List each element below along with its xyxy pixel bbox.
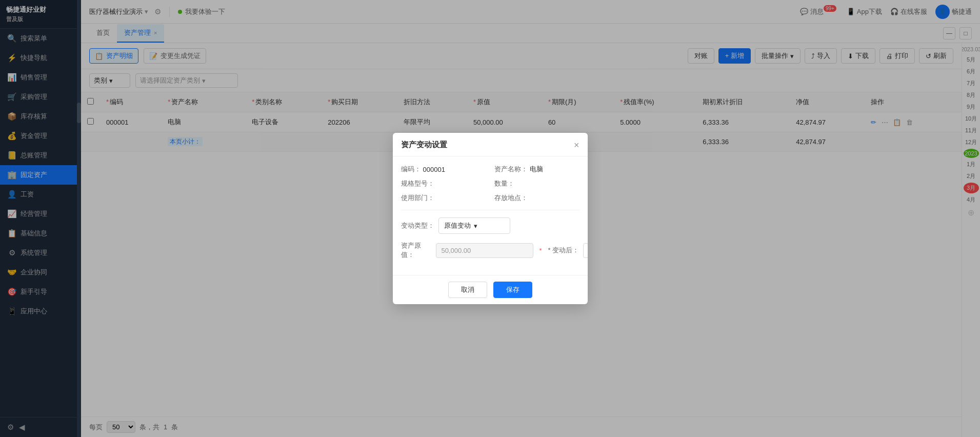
change-type-arrow: ▾	[474, 222, 477, 230]
modal-title: 资产变动设置	[401, 140, 447, 150]
asset-change-modal: 资产变动设置 × 编码： 000001 资产名称： 电脑 规格型号： 数量：	[393, 133, 588, 304]
modal-department-field: 使用部门：	[401, 193, 486, 203]
modal-header: 资产变动设置 ×	[393, 133, 588, 156]
after-change-input[interactable]	[583, 243, 588, 258]
change-type-select[interactable]: 原值变动 ▾	[438, 217, 510, 234]
modal-location-field: 存放地点：	[494, 193, 579, 203]
modal-spec-field: 规格型号：	[401, 179, 486, 188]
modal-quantity-field: 数量：	[494, 179, 579, 188]
modal-close-button[interactable]: ×	[574, 141, 579, 150]
modal-code-field: 编码： 000001	[401, 165, 486, 174]
modal-change-type-field: 变动类型： 原值变动 ▾	[401, 217, 579, 234]
modal-asset-name-field: 资产名称： 电脑	[494, 165, 579, 174]
modal-overlay: 资产变动设置 × 编码： 000001 资产名称： 电脑 规格型号： 数量：	[0, 0, 980, 437]
modal-footer: 取消 保存	[393, 275, 588, 304]
original-value-input	[436, 243, 533, 258]
cancel-button[interactable]: 取消	[448, 282, 487, 298]
modal-original-value-field: 资产原值： * * 变动后：	[401, 241, 579, 260]
modal-info-grid: 编码： 000001 资产名称： 电脑 规格型号： 数量： 使用部门：	[401, 165, 579, 203]
required-star: *	[539, 247, 542, 254]
modal-body: 编码： 000001 资产名称： 电脑 规格型号： 数量： 使用部门：	[393, 156, 588, 275]
modal-divider	[401, 210, 579, 210]
save-button[interactable]: 保存	[493, 282, 532, 298]
